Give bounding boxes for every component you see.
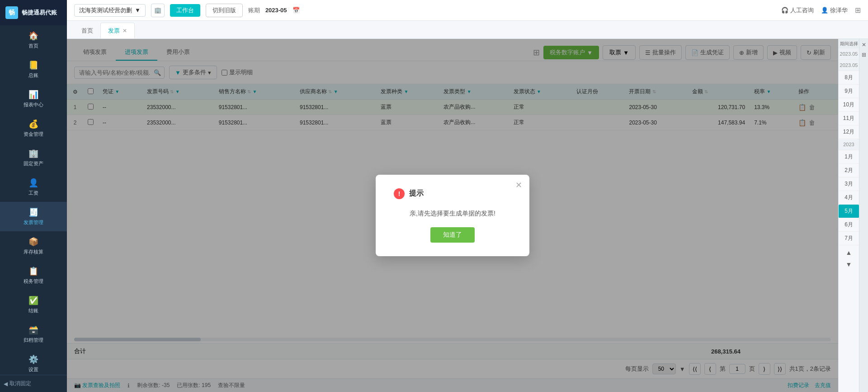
month-item-6[interactable]: 6月 xyxy=(839,218,859,232)
ledger-icon: 📒 xyxy=(28,60,38,70)
sidebar-unpin[interactable]: ◀ 取消固定 xyxy=(0,375,67,392)
sidebar-label-assets: 固定资产 xyxy=(24,160,43,167)
header-right: 🎧 人工咨询 👤 徐泽华 ⊞ xyxy=(781,6,861,14)
user-label: 徐泽华 xyxy=(830,6,848,14)
month-item-1[interactable]: 1月 xyxy=(839,150,859,164)
month-item-2023-05-top2[interactable]: 2023.05 xyxy=(839,60,859,71)
month-panel-up[interactable]: ▲ xyxy=(844,247,854,258)
sidebar-item-settle[interactable]: ✅ 结账 xyxy=(0,290,67,320)
sidebar-item-assets[interactable]: 🏢 固定资产 xyxy=(0,143,67,172)
content-area: 销项发票 进项发票 费用小票 ⊞ 税务数字账户 ▼ xyxy=(67,39,838,392)
sidebar-label-ledger: 总账 xyxy=(28,72,38,79)
month-item-11[interactable]: 11月 xyxy=(839,112,859,125)
sidebar-item-inventory[interactable]: 📦 库存核算 xyxy=(0,231,67,261)
sidebar-label-archive: 归档管理 xyxy=(24,337,43,344)
sidebar-label-inventory: 库存核算 xyxy=(24,249,43,255)
sidebar-label-tax: 税务管理 xyxy=(24,278,43,285)
modal-close-button[interactable]: ✕ xyxy=(515,180,522,190)
invoice-icon: 🧾 xyxy=(28,207,38,217)
modal-overlay: ✕ ! 提示 亲,请先选择要生成单据的发票! 知道了 xyxy=(67,39,838,392)
right-edge-panel: ✕ ⊞ xyxy=(859,39,868,392)
sidebar-label-capital: 资金管理 xyxy=(24,131,43,138)
settle-icon: ✅ xyxy=(28,296,38,306)
home-icon: 🏠 xyxy=(28,31,38,41)
tab-close-icon[interactable]: ✕ xyxy=(123,28,127,34)
warning-icon: ! xyxy=(394,188,405,199)
tab-bar: 首页 发票 ✕ xyxy=(67,21,868,39)
month-item-8[interactable]: 8月 xyxy=(839,71,859,85)
user-icon: 👤 xyxy=(821,7,828,14)
sidebar-label-settings: 设置 xyxy=(28,366,38,373)
month-panel-down[interactable]: ▼ xyxy=(844,259,854,270)
settings-icon: ⚙️ xyxy=(28,354,38,364)
capital-icon: 💰 xyxy=(28,119,38,129)
logo-text: 畅捷通易代账 xyxy=(22,9,57,17)
sidebar-item-ledger[interactable]: 📒 总账 xyxy=(0,55,67,84)
main-area: 沈海英测试经营勿删 ▼ 🏢 工作台 切到旧版 账期 2023-05 📅 🎧 人工… xyxy=(67,0,868,392)
salary-icon: 👤 xyxy=(28,178,38,188)
company-selector[interactable]: 沈海英测试经营勿删 ▼ xyxy=(74,4,146,17)
sidebar-label-salary: 工资 xyxy=(28,190,38,196)
user-menu[interactable]: 👤 徐泽华 xyxy=(821,6,848,14)
chevron-down-icon: ▼ xyxy=(135,7,141,14)
sidebar-item-salary[interactable]: 👤 工资 xyxy=(0,172,67,202)
top-header: 沈海英测试经营勿删 ▼ 🏢 工作台 切到旧版 账期 2023-05 📅 🎧 人工… xyxy=(67,0,868,21)
month-item-3[interactable]: 3月 xyxy=(839,177,859,191)
service-label: 人工咨询 xyxy=(790,6,814,14)
sidebar-label-home: 首页 xyxy=(28,43,38,49)
sidebar-item-settings[interactable]: ⚙️ 设置 xyxy=(0,349,67,375)
month-item-10[interactable]: 10月 xyxy=(839,98,859,112)
sidebar-item-tax[interactable]: 📋 税务管理 xyxy=(0,261,67,290)
service-button[interactable]: 🎧 人工咨询 xyxy=(781,6,814,14)
month-item-2[interactable]: 2月 xyxy=(839,164,859,177)
modal-footer: 知道了 xyxy=(394,227,511,243)
expand-icon[interactable]: ⊞ xyxy=(855,6,861,14)
assets-icon: 🏢 xyxy=(28,148,38,158)
workspace-button[interactable]: 工作台 xyxy=(170,4,200,17)
month-item-12[interactable]: 12月 xyxy=(839,125,859,139)
sidebar: 畅 畅捷通易代账 🏠 首页 📒 总账 📊 报表中心 💰 资金管理 🏢 固 xyxy=(0,0,67,392)
tax-icon: 📋 xyxy=(28,266,38,276)
modal-title-row: ! 提示 xyxy=(394,188,511,199)
sidebar-item-archive[interactable]: 🗃️ 归档管理 xyxy=(0,320,67,349)
period-value: 2023-05 xyxy=(265,7,287,14)
building-icon: 🏢 xyxy=(154,7,161,14)
sidebar-nav: 🏠 首页 📒 总账 📊 报表中心 💰 资金管理 🏢 固定资产 👤 工资 xyxy=(0,25,67,375)
month-panel: 期间选择 2023.05 2023.05 8月 9月 10月 11月 12月 2… xyxy=(838,39,859,392)
right-panel-expand-btn[interactable]: ⊞ xyxy=(860,51,868,59)
sidebar-label-settle: 结账 xyxy=(28,307,38,314)
month-item-4[interactable]: 4月 xyxy=(839,191,859,205)
old-version-button[interactable]: 切到旧版 xyxy=(206,4,243,17)
sidebar-item-capital[interactable]: 💰 资金管理 xyxy=(0,114,67,143)
month-item-year-2023[interactable]: 2023 xyxy=(839,139,859,150)
month-item-2023-05-top[interactable]: 2023.05 xyxy=(839,48,859,60)
sidebar-logo: 畅 畅捷通易代账 xyxy=(0,0,67,25)
logo-icon: 畅 xyxy=(5,6,18,19)
month-item-7[interactable]: 7月 xyxy=(839,232,859,245)
pin-icon: ◀ xyxy=(4,381,8,387)
inventory-icon: 📦 xyxy=(28,237,38,247)
tab-invoice-label: 发票 xyxy=(108,27,120,35)
tab-invoice[interactable]: 发票 ✕ xyxy=(100,23,135,38)
month-item-5[interactable]: 5月 xyxy=(839,205,859,218)
sidebar-item-invoice[interactable]: 🧾 发票管理 xyxy=(0,202,67,231)
period-label: 账期 xyxy=(248,6,260,14)
sidebar-label-report: 报表中心 xyxy=(24,101,43,108)
right-panel-close-btn[interactable]: ✕ xyxy=(860,41,868,49)
report-icon: 📊 xyxy=(28,90,38,100)
company-name: 沈海英测试经营勿删 xyxy=(79,6,132,14)
tab-home-label: 首页 xyxy=(81,27,93,35)
unpin-label: 取消固定 xyxy=(9,380,31,387)
period-select-label: 期间选择 xyxy=(840,41,858,46)
calendar-icon[interactable]: 📅 xyxy=(292,7,300,14)
month-item-9[interactable]: 9月 xyxy=(839,85,859,98)
modal-title: 提示 xyxy=(409,189,424,198)
modal-confirm-button[interactable]: 知道了 xyxy=(430,227,475,243)
tab-home[interactable]: 首页 xyxy=(74,23,100,38)
sidebar-item-home[interactable]: 🏠 首页 xyxy=(0,25,67,55)
modal-message: 亲,请先选择要生成单据的发票! xyxy=(394,208,511,227)
sidebar-item-report[interactable]: 📊 报表中心 xyxy=(0,84,67,114)
sidebar-label-invoice: 发票管理 xyxy=(24,219,43,226)
archive-icon: 🗃️ xyxy=(28,325,38,335)
company-settings-button[interactable]: 🏢 xyxy=(151,4,165,17)
